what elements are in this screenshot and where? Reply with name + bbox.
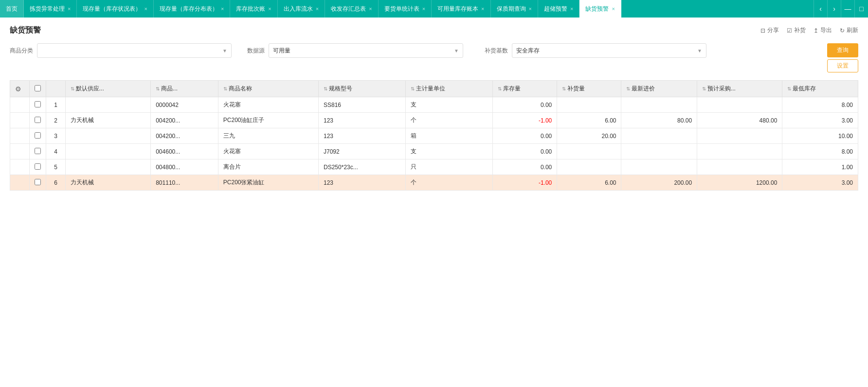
tab-shortage-warning[interactable]: 缺货预警 ×: [579, 0, 621, 18]
row-product-code-3: 004600...: [151, 144, 218, 159]
close-tab-overstock[interactable]: ×: [570, 6, 573, 12]
close-tab-recv[interactable]: ×: [369, 6, 372, 12]
col-header-product-name[interactable]: 商品名称: [218, 81, 318, 97]
row-spec-2: 123: [319, 128, 406, 144]
row-settings-3: [10, 144, 30, 159]
tab-available-ledger[interactable]: 可用量库存账本 ×: [432, 0, 490, 18]
close-tab-stock-dist[interactable]: ×: [221, 6, 224, 12]
nav-minimize[interactable]: —: [841, 0, 854, 18]
row-est-purchase-0: [697, 97, 782, 113]
row-product-code-5: 801110...: [151, 175, 218, 191]
datasource-select[interactable]: 可用量 ▼: [269, 43, 463, 58]
close-tab-batch[interactable]: ×: [268, 6, 271, 12]
row-seq-1: 2: [46, 113, 66, 128]
row-settings-2: [10, 128, 30, 144]
tab-home[interactable]: 首页: [0, 0, 24, 18]
close-tab-avail[interactable]: ×: [481, 6, 484, 12]
replenish-button[interactable]: ☑ 补货: [787, 26, 806, 35]
row-stock-4: 0.00: [493, 159, 557, 175]
close-tab-inout[interactable]: ×: [316, 6, 319, 12]
tab-stock-status[interactable]: 现存量（库存状况表） ×: [77, 0, 153, 18]
col-header-est-purchase[interactable]: 预计采购...: [697, 81, 782, 97]
row-replenish-4: [557, 159, 621, 175]
close-tab-shortage[interactable]: ×: [612, 6, 615, 12]
tab-expiry-query[interactable]: 保质期查询 ×: [491, 0, 538, 18]
tab-overstock-warning[interactable]: 超储预警 ×: [538, 0, 579, 18]
row-checkbox-5[interactable]: [30, 175, 46, 191]
tab-order-stats[interactable]: 要货单统计表 ×: [379, 0, 432, 18]
row-supplier-1: 力天机械: [66, 113, 151, 128]
nav-right-arrow[interactable]: ›: [827, 0, 841, 18]
row-select-1[interactable]: [35, 117, 41, 123]
row-spec-0: SS816: [319, 97, 406, 113]
row-checkbox-3[interactable]: [30, 144, 46, 159]
row-product-name-3: 火花塞: [218, 144, 318, 159]
share-icon: ⊡: [760, 27, 765, 34]
table-row: 6 力天机械 801110... PC200张紧油缸 123 个 -1.00 6…: [10, 175, 858, 191]
row-stock-3: 0.00: [493, 144, 557, 159]
table-row: 2 力天机械 004200... PC200油缸庄子 123 个 -1.00 6…: [10, 113, 858, 128]
row-spec-3: J7092: [319, 144, 406, 159]
row-select-5[interactable]: [35, 179, 41, 185]
col-header-product-code[interactable]: 商品...: [151, 81, 218, 97]
row-checkbox-2[interactable]: [30, 128, 46, 144]
share-button[interactable]: ⊡ 分享: [760, 26, 779, 35]
row-latest-price-0: [621, 97, 697, 113]
tab-inout-flow[interactable]: 出入库流水 ×: [278, 0, 325, 18]
query-button[interactable]: 查询: [827, 43, 858, 57]
row-unit-0: 支: [405, 97, 492, 113]
table-header-row: ⚙ 默认供应... 商品... 商品名称 规格型号: [10, 81, 858, 97]
category-select[interactable]: ▼: [37, 43, 232, 58]
row-select-0[interactable]: [35, 101, 41, 107]
row-select-4[interactable]: [35, 163, 41, 170]
col-header-min-stock[interactable]: 最低库存: [782, 81, 858, 97]
row-supplier-0: [66, 97, 151, 113]
row-unit-4: 只: [405, 159, 492, 175]
col-header-replenish[interactable]: 补货量: [557, 81, 621, 97]
row-settings-5: [10, 175, 30, 191]
refresh-button[interactable]: ↻ 刷新: [840, 26, 858, 35]
row-checkbox-4[interactable]: [30, 159, 46, 175]
nav-maximize[interactable]: □: [854, 0, 868, 18]
close-tab-order[interactable]: ×: [422, 6, 425, 12]
tab-stock-distribution[interactable]: 现存量（库存分布表） ×: [154, 0, 230, 18]
row-settings-4: [10, 159, 30, 175]
row-latest-price-2: [621, 128, 697, 144]
gear-icon[interactable]: ⚙: [15, 85, 21, 93]
row-seq-3: 4: [46, 144, 66, 159]
select-all-checkbox[interactable]: [35, 85, 41, 91]
col-header-stock[interactable]: 库存量: [493, 81, 557, 97]
col-header-seq: [46, 81, 66, 97]
col-header-supplier[interactable]: 默认供应...: [66, 81, 151, 97]
tab-batch-account[interactable]: 库存批次账 ×: [230, 0, 277, 18]
close-tab-picking[interactable]: ×: [68, 6, 71, 12]
col-header-settings[interactable]: ⚙: [10, 81, 30, 97]
settings-button[interactable]: 设置: [827, 59, 858, 72]
col-header-unit[interactable]: 主计量单位: [405, 81, 492, 97]
row-est-purchase-4: [697, 159, 782, 175]
table-row: 4 004600... 火花塞 J7092 支 0.00 8.00: [10, 144, 858, 159]
row-select-3[interactable]: [35, 148, 41, 154]
close-tab-expiry[interactable]: ×: [529, 6, 532, 12]
row-seq-5: 6: [46, 175, 66, 191]
nav-left-arrow[interactable]: ‹: [814, 0, 827, 18]
datasource-dropdown-arrow: ▼: [454, 48, 459, 53]
tab-recv-summary[interactable]: 收发存汇总表 ×: [325, 0, 378, 18]
row-unit-3: 支: [405, 144, 492, 159]
row-unit-2: 箱: [405, 128, 492, 144]
data-table: ⚙ 默认供应... 商品... 商品名称 规格型号: [10, 80, 858, 191]
close-tab-stock-status[interactable]: ×: [144, 6, 147, 12]
row-select-2[interactable]: [35, 132, 41, 139]
replenish-icon: ☑: [787, 27, 792, 34]
row-stock-1: -1.00: [493, 113, 557, 128]
replenish-base-select[interactable]: 安全库存 ▼: [512, 43, 706, 58]
row-checkbox-0[interactable]: [30, 97, 46, 113]
row-replenish-0: [557, 97, 621, 113]
export-button[interactable]: ↥ 导出: [814, 26, 832, 35]
col-header-latest-price[interactable]: 最新进价: [621, 81, 697, 97]
row-checkbox-1[interactable]: [30, 113, 46, 128]
col-header-checkbox[interactable]: [30, 81, 46, 97]
col-header-spec[interactable]: 规格型号: [319, 81, 406, 97]
row-seq-0: 1: [46, 97, 66, 113]
tab-picking-exception[interactable]: 拣货异常处理 ×: [24, 0, 77, 18]
